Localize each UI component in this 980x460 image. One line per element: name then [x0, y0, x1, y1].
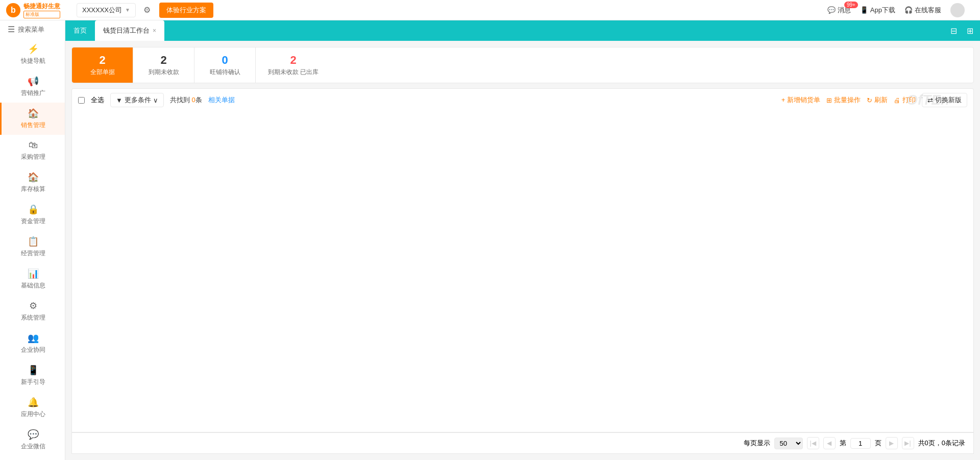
avatar[interactable] [950, 3, 965, 17]
logo-text: 畅捷通好生意 标准版 [23, 2, 60, 18]
marketing-icon: 📢 [28, 76, 39, 87]
app-logo: b [6, 3, 20, 17]
finance-icon: 🔒 [28, 204, 39, 215]
sidebar-item-finance[interactable]: 🔒 资金管理 [0, 199, 65, 231]
purchase-icon: 🛍 [29, 140, 38, 151]
basic-icon: 📊 [28, 268, 39, 279]
sidebar: ☰ 搜索菜单 ⚡ 快捷导航 📢 营销推广 🏠 销售管理 🛍 采购管理 🏠 库存核… [0, 20, 65, 460]
page-prev-button[interactable]: ◀ [823, 437, 836, 449]
message-badge: 99+ [844, 2, 858, 8]
sidebar-item-inventory[interactable]: 🏠 库存核算 [0, 166, 65, 199]
total-info: 共0页，0条记录 [918, 439, 965, 448]
search-icon: ☰ [8, 25, 15, 34]
sidebar-item-purchase[interactable]: 🛍 采购管理 [0, 135, 65, 166]
toolbar: 全选 ▼ 更多条件 ∨ 共找到 0条 相关单据 + 新增销货单 ⊞ 批量操 [71, 88, 974, 111]
print-icon: 🖨 [894, 96, 900, 104]
top-right-actions: 💬 消息 99+ 📱 App下载 🎧 在线客服 [827, 3, 974, 17]
add-sale-button[interactable]: + 新增销货单 [781, 95, 820, 105]
content-area: 首页 钱货日清工作台 × ⊟ ⊞ 2 全部单据 2 到期未收款 [65, 20, 980, 460]
online-service-button[interactable]: 🎧 在线客服 [904, 6, 941, 15]
batch-icon: ⊞ [826, 96, 832, 104]
wechat-icon: 💬 [28, 429, 39, 440]
sidebar-item-newbie[interactable]: 📱 新手引导 [0, 359, 65, 392]
settings-icon[interactable]: ⚙ [140, 3, 154, 17]
stat-tab-all[interactable]: 2 全部单据 [72, 47, 133, 83]
trial-button[interactable]: 体验行业方案 [159, 3, 213, 18]
pagination-bar: 每页显示 50 100 200 |◀ ◀ 第 页 ▶ ▶| 共0页，0条记录 [71, 432, 974, 454]
stat-tab-pending[interactable]: 0 旺铺待确认 [194, 47, 256, 83]
page-size-label: 每页显示 [744, 439, 770, 448]
page-content: 2 全部单据 2 到期未收款 0 旺铺待确认 2 到期未收款 已出库 [65, 41, 980, 460]
operations-icon: 📋 [28, 236, 39, 247]
stat-tab-shipped[interactable]: 2 到期未收款 已出库 [256, 47, 331, 83]
sidebar-item-sales[interactable]: 🏠 销售管理 [0, 103, 65, 135]
appstore-icon: 🔔 [28, 397, 39, 408]
sidebar-item-appstore[interactable]: 🔔 应用中心 [0, 392, 65, 424]
logo-area: b 畅捷通好生意 标准版 [6, 2, 71, 18]
stat-tab-overdue[interactable]: 2 到期未收款 [133, 47, 194, 83]
switch-version-button[interactable]: ⇄ 切换新版 [922, 93, 967, 107]
related-link[interactable]: 相关单据 [208, 95, 235, 105]
app-download-button[interactable]: 📱 App下载 [860, 6, 895, 15]
company-selector[interactable]: XXXXXX公司 ▼ [77, 3, 136, 17]
found-count: 共找到 0条 [170, 95, 202, 105]
sidebar-item-collab[interactable]: 👥 企业协同 [0, 327, 65, 359]
page-input[interactable] [850, 438, 871, 449]
sidebar-item-marketing[interactable]: 📢 营销推广 [0, 70, 65, 103]
tab-close-icon[interactable]: × [153, 27, 156, 34]
filter-icon: ▼ [116, 96, 122, 104]
system-icon: ⚙ [29, 300, 37, 311]
tab-bar-actions: ⊟ ⊞ [947, 25, 980, 37]
toolbar-right: + 新增销货单 ⊞ 批量操作 ↻ 刷新 🖨 打印 ⇄ [781, 93, 967, 107]
app-icon: 📱 [860, 6, 868, 14]
sales-icon: 🏠 [28, 108, 39, 119]
chevron-down-icon: ▼ [125, 7, 130, 13]
stats-tabs: 2 全部单据 2 到期未收款 0 旺铺待确认 2 到期未收款 已出库 [71, 47, 974, 83]
sidebar-item-operations[interactable]: 📋 经营管理 [0, 231, 65, 263]
page-last-button[interactable]: ▶| [902, 437, 914, 449]
page-size-select[interactable]: 50 100 200 [774, 438, 803, 449]
sidebar-item-search[interactable]: ☰ 搜索菜单 [0, 20, 65, 38]
tab-bar: 首页 钱货日清工作台 × ⊟ ⊞ [65, 20, 980, 41]
sidebar-item-member[interactable]: ▽ 畅会员 [0, 456, 65, 460]
select-all-checkbox[interactable] [78, 97, 85, 104]
print-button[interactable]: 🖨 打印 [894, 95, 916, 105]
tab-expand-icon[interactable]: ⊞ [964, 25, 976, 37]
sidebar-item-wechat[interactable]: 💬 企业微信 [0, 424, 65, 456]
batch-button[interactable]: ⊞ 批量操作 [826, 95, 861, 105]
page-label: 第 [840, 439, 846, 448]
message-button[interactable]: 💬 消息 99+ [827, 6, 851, 15]
filter-button[interactable]: ▼ 更多条件 ∨ [110, 93, 164, 107]
newbie-icon: 📱 [28, 365, 39, 376]
switch-icon: ⇄ [927, 96, 933, 104]
page-first-button[interactable]: |◀ [807, 437, 819, 449]
top-bar: b 畅捷通好生意 标准版 XXXXXX公司 ▼ ⚙ 体验行业方案 💬 消息 99… [0, 0, 980, 20]
select-all-label: 全选 [91, 95, 104, 105]
sidebar-item-quick[interactable]: ⚡ 快捷导航 [0, 38, 65, 70]
table-area [71, 111, 974, 432]
collab-icon: 👥 [28, 332, 39, 344]
refresh-button[interactable]: ↻ 刷新 [867, 95, 888, 105]
sidebar-item-system[interactable]: ⚙ 系统管理 [0, 295, 65, 327]
chevron-down-icon: ∨ [153, 96, 158, 104]
page-label-2: 页 [875, 439, 881, 448]
message-icon: 💬 [827, 6, 836, 14]
main-layout: ☰ 搜索菜单 ⚡ 快捷导航 📢 营销推广 🏠 销售管理 🛍 采购管理 🏠 库存核… [0, 20, 980, 460]
tab-home[interactable]: 首页 [65, 20, 95, 41]
inventory-icon: 🏠 [28, 172, 39, 183]
service-icon: 🎧 [904, 6, 913, 14]
refresh-icon: ↻ [867, 96, 872, 104]
quick-icon: ⚡ [28, 43, 39, 55]
page-next-button[interactable]: ▶ [886, 437, 898, 449]
tab-active[interactable]: 钱货日清工作台 × [95, 20, 164, 41]
tab-minimize-icon[interactable]: ⊟ [947, 25, 960, 37]
sidebar-item-basic[interactable]: 📊 基础信息 [0, 263, 65, 295]
